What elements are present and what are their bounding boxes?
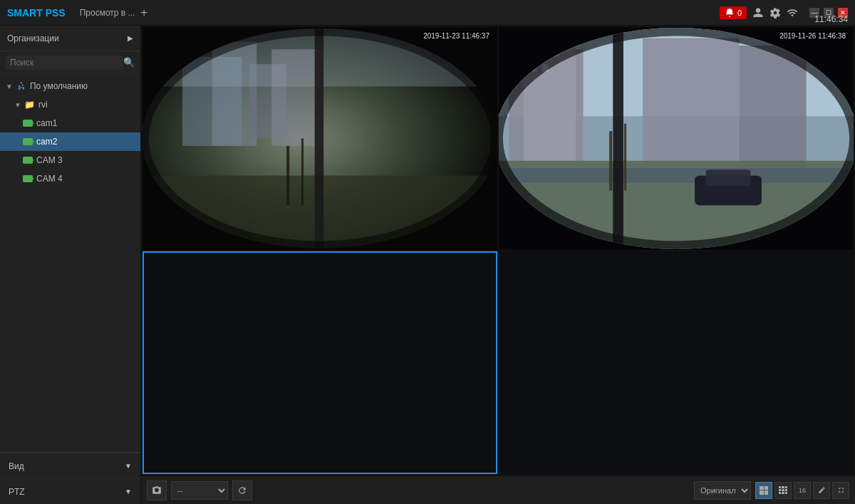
quality-select[interactable]: Оригинал. (694, 481, 751, 500)
fullscreen-icon (837, 486, 845, 494)
sidebar-header: Организации ▶ (0, 26, 140, 51)
cam3-icon (23, 157, 33, 164)
refresh-button[interactable] (232, 481, 252, 500)
svg-rect-10 (301, 139, 304, 206)
sidebar: Организации ▶ 🔍 ▼ По умолчанию ▼ 📁 rvi (0, 26, 141, 504)
ptz-label: PTZ (9, 487, 25, 497)
layout-16-button[interactable]: 16 (794, 482, 811, 499)
view-selector[interactable]: Вид ▼ (0, 453, 140, 478)
video-cell-4[interactable] (499, 251, 854, 474)
sidebar-search: 🔍 (0, 51, 140, 74)
refresh-icon (237, 485, 247, 495)
cam3-empty (142, 251, 497, 474)
view-label: Вид (9, 461, 24, 471)
svg-rect-24 (643, 38, 740, 172)
notification-count: 0 (737, 9, 742, 17)
stream-select[interactable]: -- (171, 481, 228, 500)
svg-rect-27 (499, 168, 854, 183)
cam1-feed (142, 27, 497, 250)
edit-layout-button[interactable] (813, 482, 830, 499)
cam1-timestamp: 2019-11-23 11:46:37 (421, 31, 492, 41)
tree-area: ▼ По умолчанию ▼ 📁 rvi cam1 (0, 74, 140, 452)
snapshot-icon (152, 485, 162, 495)
main-layout: Организации ▶ 🔍 ▼ По умолчанию ▼ 📁 rvi (0, 26, 855, 504)
video-cell-1[interactable]: 2019-11-23 11:46:37 (142, 27, 497, 250)
cam3-label: CAM 3 (36, 155, 63, 165)
svg-rect-31 (624, 124, 626, 191)
cam1-label: cam1 (36, 118, 57, 128)
layout-buttons: 16 (755, 482, 849, 499)
cam1-icon (23, 120, 33, 127)
tab-label[interactable]: Просмотр в ... (80, 8, 135, 18)
logo-pss: PSS (46, 7, 66, 19)
root-arrow-icon: ▼ (6, 83, 13, 90)
cam4-label: CAM 4 (36, 174, 63, 184)
tree-cam2[interactable]: cam2 (0, 132, 140, 151)
bell-icon (725, 8, 735, 18)
cam2-icon (23, 138, 33, 145)
add-tab-button[interactable]: + (141, 6, 147, 19)
tree-cam3[interactable]: CAM 3 (0, 151, 140, 169)
svg-rect-29 (706, 169, 751, 186)
root-label: По умолчанию (30, 81, 88, 91)
view-chevron-icon: ▼ (125, 462, 132, 470)
video-area: 2019-11-23 11:46:37 (141, 26, 855, 504)
video-grid: 2019-11-23 11:46:37 (141, 26, 855, 476)
edit-icon (818, 486, 826, 494)
logo-smart: SMART (7, 7, 43, 19)
svg-rect-33 (613, 27, 623, 250)
fullscreen-button[interactable] (832, 482, 849, 499)
settings-icon[interactable] (770, 7, 781, 19)
signal-icon[interactable] (787, 7, 798, 19)
grid3x3-icon (779, 486, 787, 495)
notification-badge[interactable]: 0 (720, 6, 747, 19)
cam4-icon (23, 175, 33, 182)
svg-rect-30 (609, 131, 612, 190)
cam2-svg (499, 27, 854, 250)
tree-group-rvi[interactable]: ▼ 📁 rvi (0, 95, 140, 114)
user-icon[interactable] (752, 7, 764, 19)
cam2-label: cam2 (36, 137, 57, 147)
org-label: Организации (7, 33, 59, 43)
search-icon[interactable]: 🔍 (123, 57, 135, 68)
folder-icon: 📁 (24, 100, 35, 110)
svg-rect-9 (286, 146, 289, 205)
cam4-empty (499, 251, 854, 474)
rvi-arrow-icon: ▼ (14, 101, 21, 109)
tree-cam1[interactable]: cam1 (0, 114, 140, 132)
snapshot-button[interactable] (147, 481, 167, 500)
tree-root[interactable]: ▼ По умолчанию (0, 77, 140, 95)
layout-2x2-button[interactable] (755, 482, 772, 499)
layout-16-label: 16 (799, 487, 806, 494)
app-logo: SMART PSS (7, 7, 66, 19)
sidebar-bottom: Вид ▼ PTZ ▼ (0, 452, 140, 504)
time-display: 11:46:34 (814, 14, 848, 24)
ptz-chevron-icon: ▼ (125, 488, 132, 495)
svg-rect-11 (315, 27, 324, 250)
tree-cam4[interactable]: CAM 4 (0, 169, 140, 188)
video-cell-2[interactable]: 2019-11-26 11:46:38 (499, 27, 854, 250)
search-input[interactable] (6, 56, 123, 70)
ptz-selector[interactable]: PTZ ▼ (0, 478, 140, 504)
network-icon (16, 81, 27, 91)
org-chevron-icon[interactable]: ▶ (128, 34, 133, 42)
video-cell-3[interactable] (142, 251, 497, 474)
cam2-timestamp: 2019-11-26 11:46:38 (777, 31, 848, 41)
grid2x2-icon (760, 486, 768, 495)
titlebar: SMART PSS Просмотр в ... + 0 — ☐ ✕ (0, 0, 855, 26)
rvi-label: rvi (38, 100, 48, 110)
cam1-svg (142, 27, 497, 250)
layout-3x3-button[interactable] (774, 482, 792, 499)
bottom-toolbar: -- Оригинал. (141, 476, 855, 504)
